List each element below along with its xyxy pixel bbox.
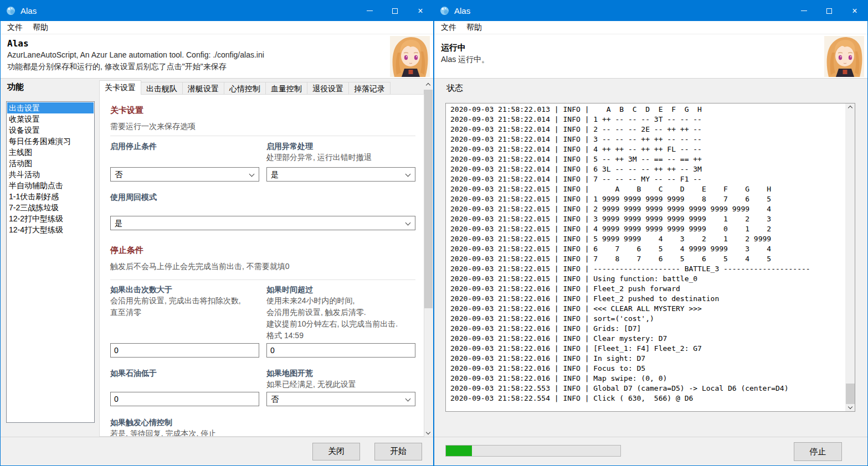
loop-mode-value: 是 xyxy=(115,219,122,227)
tab[interactable]: 血量控制 xyxy=(265,82,307,95)
loop-mode-select[interactable]: 是 xyxy=(110,216,415,230)
titlebar[interactable]: Alas × xyxy=(434,1,867,21)
menu-item[interactable]: 帮助 xyxy=(461,22,487,33)
log-line: 2020-09-03 21:58:22.016 | INFO | Grids: … xyxy=(450,324,845,334)
window-title: Alas xyxy=(20,6,37,15)
tab[interactable]: 关卡设置 xyxy=(99,80,141,95)
time-input[interactable] xyxy=(266,343,415,358)
minimize-button[interactable] xyxy=(791,1,816,21)
scroll-up-button[interactable] xyxy=(423,81,433,90)
sidebar-item[interactable]: 共斗活动 xyxy=(7,169,94,180)
maximize-button[interactable] xyxy=(816,1,842,21)
count-input[interactable] xyxy=(110,343,259,358)
maximize-icon xyxy=(392,8,398,14)
chevron-down-icon xyxy=(426,430,430,434)
start-button[interactable]: 开始 xyxy=(374,443,422,460)
log-line: 2020-09-03 21:58:22.015 | INFO | A B C D… xyxy=(450,184,845,194)
section-title-stop: 停止条件 xyxy=(110,245,415,255)
app-subtitle: AzurLaneAutoScript, An Azur Lane automat… xyxy=(7,49,427,61)
sidebar-item[interactable]: 12-2打中型练级 xyxy=(7,213,94,224)
scroll-down-button[interactable] xyxy=(423,428,433,437)
pane-scrollbar[interactable] xyxy=(423,81,433,437)
stop-enable-select[interactable]: 否 xyxy=(110,167,259,182)
loop-mode-label: 使用周回模式 xyxy=(110,191,415,203)
map-value: 否 xyxy=(271,395,279,403)
log-line: 2020-09-03 21:58:22.014 | INFO | 1 ++ --… xyxy=(450,115,845,125)
oil-input[interactable] xyxy=(110,392,259,406)
map-desc: 如果已经满足, 无视此设置 xyxy=(266,379,415,390)
log-line: 2020-09-03 21:58:22.553 | INFO | Global … xyxy=(450,384,845,393)
close-button[interactable]: × xyxy=(842,1,867,21)
menu-bar: 文件帮助 xyxy=(1,21,433,34)
tab[interactable]: 出击舰队 xyxy=(141,82,183,95)
stop-button[interactable]: 停止 xyxy=(794,442,842,461)
exception-value: 是 xyxy=(271,170,279,179)
tab[interactable]: 退役设置 xyxy=(307,82,349,95)
tab[interactable]: 掉落记录 xyxy=(348,82,391,95)
avatar xyxy=(824,36,864,77)
run-main: 状态 2020-09-03 21:58:22.013 | INFO | A B … xyxy=(434,79,867,437)
sidebar-item[interactable]: 活动图 xyxy=(7,158,94,169)
settings-main: 功能 出击设置收菜设置设备设置每日任务困难演习主线图活动图共斗活动半自动辅助点击… xyxy=(1,79,433,437)
close-settings-button[interactable]: 关闭 xyxy=(312,443,360,460)
section-desc-stop: 触发后不会马上停止会先完成当前出击, 不需要就填0 xyxy=(110,261,415,272)
exception-select[interactable]: 是 xyxy=(266,167,415,182)
chevron-down-icon xyxy=(405,172,411,177)
stop-enable-value: 否 xyxy=(115,170,122,179)
map-select[interactable]: 否 xyxy=(266,392,415,406)
count-desc: 会沿用先前设置, 完成出击将扣除次数, 直至清零 xyxy=(110,295,259,318)
sidebar-item[interactable]: 收菜设置 xyxy=(7,113,94,125)
app-title: Alas xyxy=(7,38,427,49)
log-box[interactable]: 2020-09-03 21:58:22.013 | INFO | A B C D… xyxy=(445,103,855,412)
chevron-down-icon xyxy=(405,220,411,226)
scroll-up-button[interactable] xyxy=(845,103,855,112)
emotion-desc: 若是, 等待回复, 完成本次, 停止 xyxy=(110,428,415,437)
exception-label: 启用异常处理 xyxy=(266,141,415,152)
log-line: 2020-09-03 21:58:22.014 | INFO | 2 -- --… xyxy=(450,125,845,134)
menu-item[interactable]: 文件 xyxy=(2,22,28,33)
log-line: 2020-09-03 21:58:22.014 | INFO | 4 ++ ++… xyxy=(450,144,845,154)
count-label: 如果出击次数大于 xyxy=(110,284,259,295)
sidebar-item[interactable]: 1-1伏击刷好感 xyxy=(7,191,94,202)
tab[interactable]: 潜艇设置 xyxy=(182,82,224,95)
sidebar-item[interactable]: 半自动辅助点击 xyxy=(7,180,94,191)
scrollbar-thumb[interactable] xyxy=(846,384,855,404)
chevron-up-icon xyxy=(426,83,430,87)
sidebar-item[interactable]: 设备设置 xyxy=(7,125,94,136)
section-title-stage: 关卡设置 xyxy=(110,105,415,115)
chevron-down-icon xyxy=(848,405,852,409)
progress-bar xyxy=(445,445,621,457)
tab[interactable]: 心情控制 xyxy=(224,82,266,95)
log-line: 2020-09-03 21:58:22.015 | INFO | 6 7 6 5… xyxy=(450,244,845,254)
scrollbar-thumb[interactable] xyxy=(424,90,433,308)
menu-item[interactable]: 文件 xyxy=(436,22,461,33)
log-line: 2020-09-03 21:58:22.016 | INFO | Focus t… xyxy=(450,364,845,374)
app-icon xyxy=(6,6,16,15)
log-line: 2020-09-03 21:58:22.015 | INFO | Using f… xyxy=(450,274,845,284)
sidebar-item[interactable]: 7-2三战拣垃圾 xyxy=(7,202,94,213)
settings-pane: 关卡设置 需要运行一次来保存选项 启用停止条件 否 启用异常处理 处理部分异常,… xyxy=(99,94,424,437)
chevron-down-icon xyxy=(249,172,255,177)
exception-desc: 处理部分异常, 运行出错时撤退 xyxy=(266,152,415,163)
progress-fill xyxy=(446,446,472,456)
maximize-button[interactable] xyxy=(382,1,408,21)
minimize-button[interactable] xyxy=(357,1,382,21)
menu-item[interactable]: 帮助 xyxy=(28,22,53,33)
log-line: 2020-09-03 21:58:22.014 | INFO | 5 -- ++… xyxy=(450,154,845,164)
close-button[interactable]: × xyxy=(408,1,433,21)
scroll-down-button[interactable] xyxy=(845,402,855,411)
run-status-subtitle: Alas 运行中。 xyxy=(441,54,861,65)
log-line: 2020-09-03 21:58:22.015 | INFO | 2 9999 … xyxy=(450,204,845,214)
map-label: 如果地图开荒 xyxy=(266,367,415,379)
log-scrollbar[interactable] xyxy=(845,103,855,411)
sidebar-item[interactable]: 每日任务困难演习 xyxy=(7,136,94,147)
sidebar-item[interactable]: 12-4打大型练级 xyxy=(7,224,94,235)
sidebar-item[interactable]: 主线图 xyxy=(7,147,94,158)
log-line: 2020-09-03 21:58:22.015 | INFO | -------… xyxy=(450,264,845,274)
sidebar-item[interactable]: 出击设置 xyxy=(7,102,94,113)
sidebar-heading: 功能 xyxy=(7,82,24,92)
log-line: 2020-09-03 21:58:22.016 | INFO | <<< CLE… xyxy=(450,304,845,314)
log-line: 2020-09-03 21:58:22.016 | INFO | Fleet_2… xyxy=(450,284,845,294)
titlebar[interactable]: Alas × xyxy=(1,1,433,21)
log-line: 2020-09-03 21:58:22.015 | INFO | 5 9999 … xyxy=(450,234,845,244)
